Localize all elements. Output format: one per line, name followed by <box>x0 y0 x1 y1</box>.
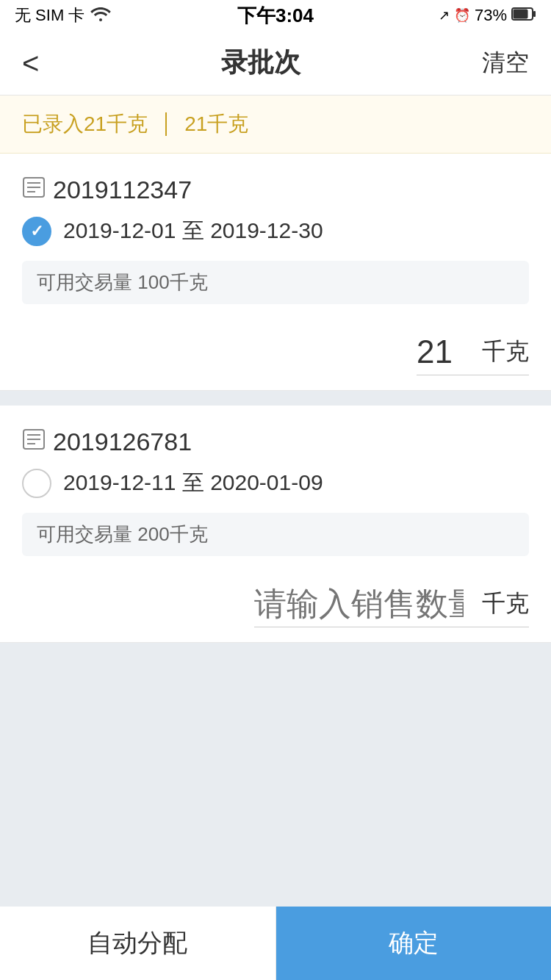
status-bar-right: ↗ ⏰ 73% <box>439 6 536 25</box>
status-time: 下午3:04 <box>237 3 314 29</box>
batch-2-radio[interactable] <box>22 469 51 498</box>
batch-2-quantity-input[interactable] <box>254 586 475 622</box>
svg-rect-1 <box>533 11 536 17</box>
batch-1-check-icon: ✓ <box>30 222 43 241</box>
batch-1-available-row: 可用交易量 100千克 <box>22 261 529 319</box>
batch-2-date: 2019-12-11 至 2020-01-09 <box>63 468 323 498</box>
batch-1-date-row: ✓ 2019-12-01 至 2019-12-30 <box>22 216 529 246</box>
battery-icon <box>511 6 536 25</box>
batch-1-card: 2019112347 ✓ 2019-12-01 至 2019-12-30 可用交… <box>0 154 551 391</box>
footer: 自动分配 确定 <box>0 907 551 980</box>
batch-2-available-row: 可用交易量 200千克 <box>22 513 529 571</box>
batch-2-doc-icon <box>22 428 46 455</box>
recorded-label: 已录入21千克 <box>22 110 148 138</box>
batch-2-quantity-row: 千克 <box>0 571 551 643</box>
battery-text: 73% <box>475 6 507 25</box>
batch-2-quantity-unit: 千克 <box>482 588 529 620</box>
batch-1-radio[interactable]: ✓ <box>22 217 51 246</box>
status-bar-left: 无 SIM 卡 <box>15 4 111 26</box>
batch-1-quantity-unit: 千克 <box>482 336 529 368</box>
wifi-icon <box>90 5 111 26</box>
svg-rect-2 <box>514 10 528 19</box>
recorded-value: 21千克 <box>184 110 248 138</box>
back-button[interactable]: < <box>22 48 39 78</box>
batch-2-card: 2019126781 2019-12-11 至 2020-01-09 可用交易量… <box>0 406 551 643</box>
confirm-button[interactable]: 确定 <box>276 907 552 980</box>
info-banner: 已录入21千克 21千克 <box>0 96 551 154</box>
batch-2-date-row: 2019-12-11 至 2020-01-09 <box>22 468 529 498</box>
batch-1-available: 可用交易量 100千克 <box>22 261 529 304</box>
batch-2-item: 2019126781 2019-12-11 至 2020-01-09 可用交易量… <box>0 406 551 571</box>
auto-distribute-button[interactable]: 自动分配 <box>0 907 276 980</box>
nav-bar: < 录批次 清空 <box>0 31 551 96</box>
section-gap-1 <box>0 391 551 406</box>
batch-1-quantity-value: 21 <box>417 334 453 370</box>
location-icon: ↗ <box>439 7 450 24</box>
status-bar: 无 SIM 卡 下午3:04 ↗ ⏰ 73% <box>0 0 551 31</box>
batch-1-item: 2019112347 ✓ 2019-12-01 至 2019-12-30 可用交… <box>0 154 551 319</box>
info-divider <box>165 112 167 136</box>
batch-1-quantity-row: 21 千克 <box>0 319 551 391</box>
page-title: 录批次 <box>221 45 300 81</box>
clear-button[interactable]: 清空 <box>482 47 529 79</box>
batch-1-header: 2019112347 <box>22 176 529 204</box>
no-sim-text: 无 SIM 卡 <box>15 4 84 26</box>
alarm-icon: ⏰ <box>454 7 470 24</box>
batch-1-doc-icon <box>22 176 46 203</box>
batch-2-available: 可用交易量 200千克 <box>22 513 529 556</box>
batch-2-quantity-wrapper: 千克 <box>254 586 529 627</box>
batch-2-header: 2019126781 <box>22 428 529 456</box>
batch-1-quantity-wrapper: 21 千克 <box>417 334 529 375</box>
batch-2-id: 2019126781 <box>53 428 192 456</box>
batch-1-id: 2019112347 <box>53 176 192 204</box>
batch-1-date: 2019-12-01 至 2019-12-30 <box>63 216 323 246</box>
